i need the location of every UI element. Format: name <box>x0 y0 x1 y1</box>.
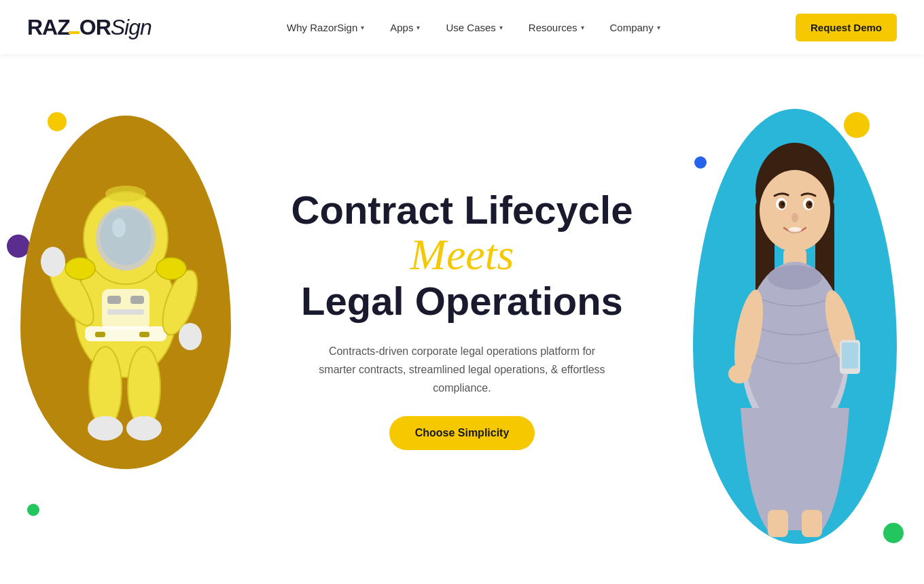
chevron-down-icon: ▾ <box>361 24 364 31</box>
nav-links: Why RazorSign ▾ Apps ▾ Use Cases ▾ Resou… <box>277 16 670 39</box>
svg-rect-3 <box>139 332 149 337</box>
logo-razor: RAZ <box>27 15 70 40</box>
chevron-down-icon: ▾ <box>416 24 420 31</box>
hero-content: Contract Lifecycle Meets Legal Operation… <box>291 188 633 450</box>
hero-heading-line1: Contract Lifecycle <box>291 188 633 232</box>
chevron-down-icon: ▾ <box>499 24 503 31</box>
logo-bar <box>69 31 79 34</box>
svg-point-20 <box>126 416 162 441</box>
logo-sign: Sign <box>111 15 152 40</box>
svg-point-16 <box>179 323 202 350</box>
svg-rect-6 <box>130 296 144 304</box>
svg-point-14 <box>41 247 65 277</box>
svg-point-21 <box>65 258 95 279</box>
svg-rect-46 <box>802 510 822 537</box>
nav-item-usecases[interactable]: Use Cases ▾ <box>436 16 512 39</box>
nav-link-usecases[interactable]: Use Cases ▾ <box>436 16 512 39</box>
svg-point-10 <box>100 208 152 265</box>
svg-point-22 <box>156 258 186 279</box>
hero-heading-meets: Meets <box>291 233 633 277</box>
svg-point-18 <box>88 416 123 441</box>
request-demo-button[interactable]: Request Demo <box>796 14 897 41</box>
svg-rect-44 <box>743 359 751 375</box>
svg-point-32 <box>781 203 784 206</box>
nav-item-resources[interactable]: Resources ▾ <box>519 16 594 39</box>
nav-item-company[interactable]: Company ▾ <box>601 16 670 39</box>
nav-link-company[interactable]: Company ▾ <box>601 16 670 39</box>
nav-link-why[interactable]: Why RazorSign ▾ <box>277 16 374 39</box>
hero-tagline: Contracts-driven corporate legal operati… <box>313 342 611 398</box>
svg-point-11 <box>112 218 126 237</box>
svg-point-12 <box>105 186 146 202</box>
chevron-down-icon: ▾ <box>581 24 584 31</box>
nav-label-why: Why RazorSign <box>287 22 357 33</box>
nav-label-company: Company <box>610 22 654 33</box>
choose-simplicity-button[interactable]: Choose Simplicity <box>389 416 535 450</box>
navbar: RAZ OR Sign Why RazorSign ▾ Apps ▾ Use C… <box>0 0 924 54</box>
svg-rect-2 <box>95 332 105 337</box>
nav-item-why[interactable]: Why RazorSign ▾ <box>277 16 374 39</box>
nav-label-apps: Apps <box>390 22 413 33</box>
svg-point-27 <box>760 170 830 252</box>
svg-rect-42 <box>842 343 858 368</box>
hero-left-image <box>0 54 272 584</box>
logo-or: OR <box>79 15 111 40</box>
chevron-down-icon: ▾ <box>657 24 660 31</box>
svg-rect-7 <box>107 309 144 315</box>
nav-label-usecases: Use Cases <box>446 22 495 33</box>
hero-right-image <box>693 88 904 551</box>
svg-rect-45 <box>768 510 788 537</box>
astronaut-illustration <box>34 95 217 449</box>
svg-point-38 <box>768 265 822 290</box>
woman-illustration <box>693 109 897 544</box>
svg-rect-5 <box>107 296 121 304</box>
svg-point-33 <box>808 203 811 206</box>
nav-item-apps[interactable]: Apps ▾ <box>380 16 429 39</box>
hero-section: Contract Lifecycle Meets Legal Operation… <box>0 54 924 584</box>
logo[interactable]: RAZ OR Sign <box>27 15 152 40</box>
nav-link-apps[interactable]: Apps ▾ <box>380 16 429 39</box>
nav-link-resources[interactable]: Resources ▾ <box>519 16 594 39</box>
nav-label-resources: Resources <box>529 22 578 33</box>
hero-heading-line2: Legal Operations <box>291 279 633 323</box>
svg-point-35 <box>788 227 802 233</box>
svg-point-34 <box>792 213 798 222</box>
